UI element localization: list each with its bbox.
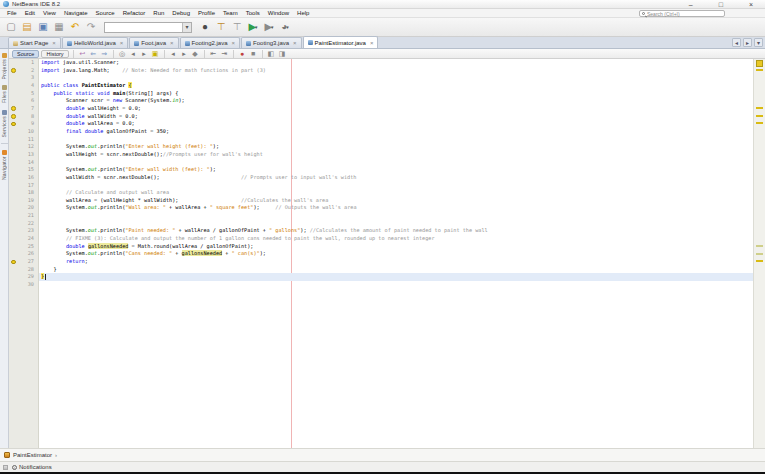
menu-source[interactable]: Source (92, 9, 119, 18)
gutter-line-number[interactable]: 29 (9, 273, 38, 281)
rail-item-projects[interactable]: Projects (1, 53, 7, 79)
menu-refactor[interactable]: Refactor (119, 9, 150, 18)
gutter-line-number[interactable]: 4 (9, 82, 38, 90)
gutter-line-number[interactable]: 14 (9, 159, 38, 167)
source-view-button[interactable]: Source (12, 50, 39, 58)
error-stripe[interactable] (753, 59, 765, 448)
maximize-button[interactable]: □ (719, 0, 723, 9)
rail-item-files[interactable]: Files (1, 85, 7, 103)
stop-macro-icon[interactable]: ■ (249, 49, 258, 58)
warning-bulb-icon[interactable] (11, 106, 16, 111)
gutter-line-number[interactable]: 8 (9, 113, 38, 121)
editor-gutter[interactable]: 1234567891011121314151617181920212223242… (9, 59, 39, 448)
menu-file[interactable]: File (3, 9, 21, 18)
history-view-button[interactable]: History (41, 50, 68, 58)
tab-footing3-java[interactable]: Footing3.java× (241, 37, 302, 48)
undo-icon[interactable]: ↶ (68, 20, 82, 34)
file-status-indicator[interactable] (756, 60, 763, 67)
gutter-line-number[interactable]: 7 (9, 105, 38, 113)
next-bookmark-icon[interactable]: ▸ (180, 49, 189, 58)
run-project-icon[interactable]: ▶▾ (246, 20, 260, 34)
gutter-line-number[interactable]: 11 (9, 136, 38, 144)
debug-project-icon[interactable]: ▶▾ (262, 20, 276, 34)
menu-edit[interactable]: Edit (21, 9, 39, 18)
search-input[interactable]: Search (Ctrl+I) (639, 10, 725, 17)
comment-icon[interactable]: ◧ (267, 49, 276, 58)
new-file-icon[interactable]: ▢ (4, 20, 18, 34)
toggle-highlight-icon[interactable]: ▣ (151, 49, 160, 58)
menu-help[interactable]: Help (293, 9, 313, 18)
shift-left-icon[interactable]: ⇤ (209, 49, 218, 58)
gutter-line-number[interactable]: 17 (9, 182, 38, 190)
gutter-line-number[interactable]: 16 (9, 174, 38, 182)
last-edit-icon[interactable]: ↩ (78, 49, 87, 58)
tab-footing2-java[interactable]: Footing2.java× (180, 37, 241, 48)
start-macro-icon[interactable]: ● (238, 49, 247, 58)
gutter-line-number[interactable]: 26 (9, 250, 38, 258)
gutter-line-number[interactable]: 22 (9, 220, 38, 228)
project-config-combobox[interactable]: ▾ (104, 22, 192, 33)
find-previous-occurrence-icon[interactable]: ◂ (129, 49, 138, 58)
find-selection-icon[interactable]: ◎ (118, 49, 127, 58)
tab-foot-java[interactable]: Foot.java× (129, 37, 178, 48)
gutter-line-number[interactable]: 28 (9, 266, 38, 274)
gutter-line-number[interactable]: 5 (9, 90, 38, 98)
copy-icon[interactable]: ▦ (52, 20, 66, 34)
tab-close-icon[interactable]: × (232, 40, 236, 46)
back-icon[interactable]: ⇐ (89, 49, 98, 58)
breadcrumb-item[interactable]: PaintEstimator (13, 452, 52, 458)
warning-bulb-icon[interactable] (11, 260, 16, 265)
gutter-line-number[interactable]: 19 (9, 197, 38, 205)
clean-build-icon[interactable]: ⊤ (214, 20, 228, 34)
gutter-line-number[interactable]: 1 (9, 59, 38, 67)
redo-icon[interactable]: ↷ (84, 20, 98, 34)
gutter-line-number[interactable]: 3 (9, 74, 38, 82)
set-configuration-icon[interactable]: ⊤ (230, 20, 244, 34)
rail-item-navigator[interactable]: Navigator (1, 150, 7, 180)
gutter-line-number[interactable]: 20 (9, 204, 38, 212)
warning-stripe-mark[interactable] (756, 122, 763, 124)
gutter-line-number[interactable]: 10 (9, 128, 38, 136)
rail-item-services[interactable]: Services (1, 110, 7, 138)
menu-run[interactable]: Run (149, 9, 168, 18)
warning-stripe-mark[interactable] (756, 260, 763, 262)
tab-helloworld-java[interactable]: HelloWorld.java× (62, 37, 128, 48)
menu-navigate[interactable]: Navigate (60, 9, 92, 18)
menu-window[interactable]: Window (264, 9, 293, 18)
warning-bulb-icon[interactable] (11, 114, 16, 119)
gutter-line-number[interactable]: 23 (9, 227, 38, 235)
build-project-icon[interactable]: ● (198, 20, 212, 34)
gutter-line-number[interactable]: 18 (9, 189, 38, 197)
notifications-button[interactable]: i Notifications (12, 464, 52, 470)
occurrence-stripe-mark[interactable] (756, 245, 763, 247)
occurrence-stripe-mark[interactable] (756, 253, 763, 255)
warning-stripe-mark[interactable] (756, 69, 763, 71)
gutter-line-number[interactable]: 13 (9, 151, 38, 159)
gutter-line-number[interactable]: 2 (9, 67, 38, 75)
gutter-line-number[interactable]: 12 (9, 143, 38, 151)
find-next-occurrence-icon[interactable]: ▸ (140, 49, 149, 58)
menu-debug[interactable]: Debug (168, 9, 194, 18)
close-button[interactable]: × (749, 0, 753, 9)
tab-start-page[interactable]: Start Page× (8, 37, 61, 48)
warning-bulb-icon[interactable] (11, 68, 16, 73)
warning-stripe-mark[interactable] (756, 115, 763, 117)
tab-close-icon[interactable]: × (52, 40, 56, 46)
tab-close-icon[interactable]: × (370, 40, 374, 46)
code-editor[interactable]: import java.util.Scanner;import java.lan… (39, 59, 753, 448)
warning-bulb-icon[interactable] (11, 122, 16, 127)
menu-team[interactable]: Team (219, 9, 242, 18)
gutter-line-number[interactable]: 6 (9, 97, 38, 105)
tab-close-icon[interactable]: × (170, 40, 174, 46)
shift-right-icon[interactable]: ⇥ (220, 49, 229, 58)
previous-bookmark-icon[interactable]: ◂ (169, 49, 178, 58)
gutter-line-number[interactable]: 27 (9, 258, 38, 266)
menu-profile[interactable]: Profile (194, 9, 219, 18)
profile-project-icon[interactable]: ◕▾ (278, 20, 292, 34)
forward-icon[interactable]: ⇒ (100, 49, 109, 58)
menu-tools[interactable]: Tools (242, 9, 264, 18)
gutter-line-number[interactable]: 30 (9, 281, 38, 289)
toggle-bookmark-icon[interactable]: ◆ (191, 49, 200, 58)
gutter-line-number[interactable]: 24 (9, 235, 38, 243)
menu-view[interactable]: View (39, 9, 60, 18)
